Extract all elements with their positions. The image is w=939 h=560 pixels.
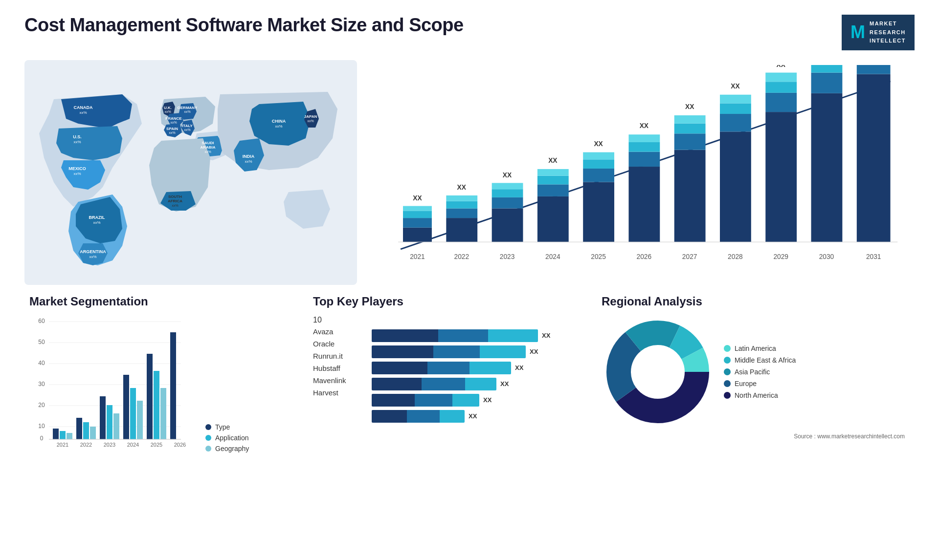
source-text: Source : www.marketresearchintellect.com bbox=[602, 433, 905, 440]
seg-legend-app: Application bbox=[205, 434, 249, 442]
seg-legend-geo: Geography bbox=[205, 445, 249, 452]
italy-value: xx% bbox=[184, 128, 190, 131]
seg-year-2023: 2023 bbox=[104, 442, 115, 448]
donut-center bbox=[632, 346, 683, 397]
india-label: INDIA bbox=[243, 154, 255, 159]
player-bar-avaza: XX bbox=[372, 329, 577, 342]
bar-2028-s1 bbox=[720, 131, 751, 242]
saudi-value: xx% bbox=[204, 150, 211, 153]
player-oracle: Oracle bbox=[313, 340, 362, 348]
page-container: Cost Management Software Market Size and… bbox=[0, 0, 939, 560]
legend-latin-america: Latin America bbox=[724, 345, 796, 352]
seg-bar-2022-type bbox=[76, 418, 82, 439]
bar-2026-s3 bbox=[628, 142, 660, 152]
italy-label: ITALY bbox=[182, 124, 193, 128]
mexico-value: xx% bbox=[73, 172, 81, 176]
france-label: FRANCE bbox=[165, 116, 182, 121]
bar-2023-s4 bbox=[492, 183, 523, 189]
player-hubstaff: Hubstaff bbox=[313, 364, 362, 372]
bar-2021-s2 bbox=[403, 218, 432, 228]
player-bar-oracle: XX bbox=[372, 345, 577, 358]
app-label: Application bbox=[215, 434, 249, 442]
map-svg: CANADA xx% U.S. xx% MEXICO xx% BRAZIL xx… bbox=[24, 60, 357, 285]
y-label-50: 50 bbox=[38, 339, 45, 345]
regional-title: Regional Analysis bbox=[602, 295, 905, 308]
player-runrun: Runrun.it bbox=[313, 352, 362, 360]
saudi-label: SAUDI bbox=[202, 141, 214, 145]
seg-bar-2024-geo bbox=[137, 401, 143, 439]
bar-2023-s2 bbox=[492, 197, 523, 209]
legend-mea: Middle East & Africa bbox=[724, 356, 796, 364]
donut-chart bbox=[602, 316, 714, 428]
legend-europe: Europe bbox=[724, 380, 796, 388]
label-north-america: North America bbox=[735, 391, 778, 399]
bar-2024-s3 bbox=[537, 175, 569, 184]
mexico-label: MEXICO bbox=[68, 166, 86, 171]
france-value: xx% bbox=[170, 121, 177, 124]
bar-2023-s3 bbox=[492, 189, 523, 197]
south-africa-label: SOUTH bbox=[168, 194, 182, 199]
bar-oracle-label: XX bbox=[530, 348, 538, 355]
growth-bar-chart: XX 2021 XX 2022 XX 2023 bbox=[377, 65, 905, 270]
seg-bar-2021-type bbox=[53, 429, 59, 439]
bar-2022-s1 bbox=[446, 218, 477, 242]
seg-year-2025: 2025 bbox=[151, 442, 162, 448]
bar-2026-s4 bbox=[628, 134, 660, 142]
bar-2021-label: XX bbox=[413, 194, 422, 202]
germany-value: xx% bbox=[184, 110, 190, 113]
player-harvest: Harvest bbox=[313, 388, 362, 397]
seg-bar-2025-geo bbox=[160, 388, 166, 439]
regional-legend: Latin America Middle East & Africa Asia … bbox=[724, 345, 796, 399]
y-label-40: 40 bbox=[38, 360, 45, 366]
bar-runrun-label: XX bbox=[515, 364, 523, 371]
dot-north-america bbox=[724, 392, 731, 399]
dot-mea bbox=[724, 357, 731, 364]
logo-text: MARKET RESEARCH INTELLECT bbox=[870, 20, 906, 45]
geo-dot bbox=[205, 446, 211, 452]
saudi-label2: ARABIA bbox=[200, 145, 215, 150]
segmentation-chart: 60 50 40 30 20 10 0 bbox=[29, 316, 186, 452]
legend-asia: Asia Pacific bbox=[724, 368, 796, 376]
bar-avaza-label: XX bbox=[542, 332, 550, 339]
bar-2023-label: XX bbox=[503, 171, 512, 178]
growth-chart-section: XX 2021 XX 2022 XX 2023 bbox=[367, 60, 915, 285]
bar-hubstaff-label: XX bbox=[500, 380, 509, 388]
players-bars: XX XX bbox=[372, 316, 577, 426]
year-2025: 2025 bbox=[591, 253, 606, 260]
year-2030: 2030 bbox=[819, 253, 834, 260]
regional-section: Regional Analysis bbox=[592, 295, 915, 452]
argentina-value: xx% bbox=[89, 255, 96, 259]
bar-2023-s1 bbox=[492, 208, 523, 242]
seg-year-2024: 2024 bbox=[127, 442, 139, 448]
seg-bar-2023-geo bbox=[113, 413, 119, 439]
bar-2025-label: XX bbox=[594, 140, 603, 148]
bar-2029-s1 bbox=[765, 112, 797, 242]
bar-2030-s3 bbox=[811, 65, 843, 73]
uk-label: U.K. bbox=[164, 106, 172, 110]
bar-2022-label: XX bbox=[457, 184, 467, 191]
bar-2031-s2 bbox=[857, 65, 891, 74]
players-name-list: 10 Avaza Oracle Runrun.it Hubstaff Maven… bbox=[313, 316, 362, 426]
bar-2024-s2 bbox=[537, 184, 569, 196]
spain-value: xx% bbox=[169, 131, 175, 134]
bar-2025-s4 bbox=[583, 152, 614, 159]
india-value: xx% bbox=[245, 159, 252, 164]
segmentation-title: Market Segmentation bbox=[29, 295, 293, 308]
players-section: Top Key Players 10 Avaza Oracle Runrun.i… bbox=[303, 295, 587, 452]
china-label: CHINA bbox=[272, 119, 286, 124]
app-dot bbox=[205, 435, 211, 441]
bar-2030-s2 bbox=[811, 72, 843, 93]
logo-letter: M bbox=[850, 23, 866, 41]
label-asia: Asia Pacific bbox=[735, 368, 770, 376]
bar-2025-s3 bbox=[583, 159, 614, 169]
label-mea: Middle East & Africa bbox=[735, 356, 796, 364]
y-label-60: 60 bbox=[38, 318, 45, 324]
world-map: CANADA xx% U.S. xx% MEXICO xx% BRAZIL xx… bbox=[24, 60, 357, 285]
seg-bar-2024-app bbox=[130, 388, 136, 439]
player-bar-harvest: XX bbox=[372, 410, 577, 423]
seg-bar-2022-geo bbox=[90, 427, 96, 439]
logo-box: M MARKET RESEARCH INTELLECT bbox=[842, 15, 915, 50]
brazil-label: BRAZIL bbox=[89, 215, 105, 220]
players-title: Top Key Players bbox=[313, 295, 577, 308]
geo-label: Geography bbox=[215, 445, 249, 452]
